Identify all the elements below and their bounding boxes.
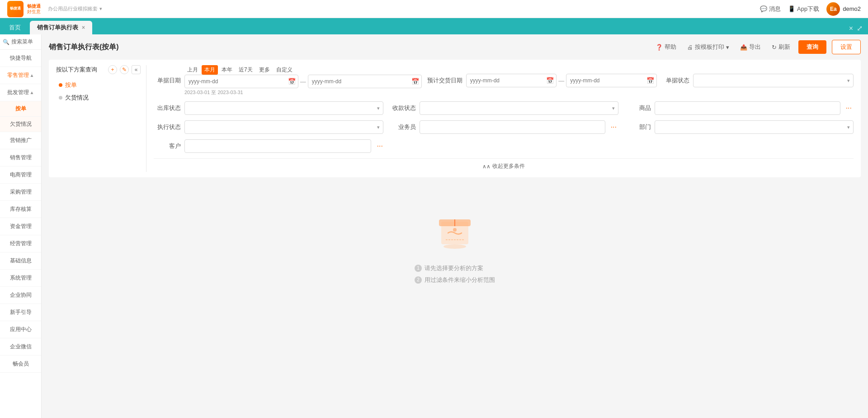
sidebar-submenu-wholesale: 按单 欠货情况 bbox=[0, 101, 41, 132]
tab-bar-actions: × ⤢ bbox=[849, 24, 868, 34]
brand-logo: 畅捷通 bbox=[7, 1, 24, 17]
sidebar-item-retail[interactable]: 零售管理 ▲ bbox=[0, 67, 41, 84]
date-quick-last-month[interactable]: 上月 bbox=[184, 65, 201, 75]
tip-num-2: 2 bbox=[415, 276, 422, 284]
expected-date-start-wrapper: 📅 bbox=[466, 74, 557, 87]
sidebar-item-member[interactable]: 畅会员 bbox=[0, 356, 41, 373]
date-quick-this-month[interactable]: 本月 bbox=[202, 65, 218, 75]
sidebar-sub-item-order[interactable]: 按单 bbox=[0, 101, 41, 117]
template-print-button[interactable]: 🖨 按模板打印 ▾ bbox=[684, 41, 732, 53]
exec-status-select-wrapper: 执行中 已完成 bbox=[184, 120, 383, 134]
customer-input[interactable] bbox=[184, 139, 371, 153]
empty-state: 1 请先选择要分析的方案 2 用过滤条件来缩小分析范围 bbox=[49, 181, 861, 313]
scheme-item-debt[interactable]: 欠货情况 bbox=[56, 91, 141, 104]
expected-date-range: 📅 — 📅 bbox=[466, 74, 657, 87]
sidebar-item-quick-nav[interactable]: 快捷导航 bbox=[0, 50, 41, 67]
date-separator: — bbox=[300, 78, 306, 85]
sidebar-item-operations[interactable]: 经营管理 bbox=[0, 235, 41, 252]
sidebar-item-wholesale[interactable]: 批发管理 ▲ bbox=[0, 84, 41, 101]
date-quick-custom[interactable]: 自定义 bbox=[274, 65, 295, 75]
salesperson-input[interactable] bbox=[420, 120, 605, 134]
scheme-item-order[interactable]: 按单 bbox=[56, 79, 141, 91]
tab-fullscreen-button[interactable]: ⤢ bbox=[857, 24, 863, 33]
scheme-collapse-button[interactable]: « bbox=[132, 65, 141, 74]
app-selector-arrow: ▾ bbox=[99, 6, 102, 12]
date-range-hint: 2023-03-01 至 2023-03-31 bbox=[184, 89, 422, 96]
sidebar-item-finance[interactable]: 资金管理 bbox=[0, 218, 41, 235]
print-arrow-icon: ▾ bbox=[726, 44, 729, 51]
sidebar-item-sales[interactable]: 销售管理 bbox=[0, 149, 41, 166]
empty-tip-2: 2 用过滤条件来缩小分析范围 bbox=[415, 274, 495, 286]
date-quick-last7[interactable]: 近7天 bbox=[236, 65, 255, 75]
help-button[interactable]: ❓ 帮助 bbox=[653, 41, 679, 53]
salesperson-more-icon[interactable]: ··· bbox=[609, 123, 618, 131]
top-bar-left: 畅捷通 畅捷通 好生意 办公用品行业模拟账套 ▾ bbox=[7, 1, 106, 17]
scheme-header-label: 按以下方案查询 bbox=[56, 66, 97, 74]
dept-select[interactable] bbox=[655, 120, 854, 134]
app-download-button[interactable]: 📱 App下载 bbox=[788, 5, 819, 13]
tab-home[interactable]: 首页 bbox=[2, 21, 28, 34]
expected-date-end-wrapper: 📅 bbox=[566, 74, 657, 87]
page-content: 销售订单执行表(按单) ❓ 帮助 🖨 按模板打印 ▾ 📤 导出 bbox=[42, 34, 868, 418]
sidebar-item-system[interactable]: 系统管理 bbox=[0, 270, 41, 287]
empty-tip-1: 1 请先选择要分析的方案 bbox=[415, 262, 495, 274]
date-start-input[interactable] bbox=[184, 75, 298, 88]
customer-more-icon[interactable]: ··· bbox=[375, 142, 384, 150]
out-status-label: 出库状态 bbox=[154, 104, 181, 112]
sidebar-search[interactable]: 🔍 搜索菜单 bbox=[0, 34, 41, 50]
collapse-icon: ∧∧ bbox=[482, 163, 491, 170]
sidebar-item-newbie[interactable]: 新手引导 bbox=[0, 304, 41, 321]
sidebar-item-ecommerce[interactable]: 电商管理 bbox=[0, 166, 41, 184]
expected-date-separator: — bbox=[558, 77, 564, 84]
goods-more-icon[interactable]: ··· bbox=[844, 104, 854, 112]
customer-label: 客户 bbox=[154, 142, 181, 150]
collapse-button[interactable]: ∧∧ 收起更多条件 bbox=[482, 162, 525, 170]
filter-group-order-status: 单据状态 草稿 已提交 已审核 bbox=[662, 74, 854, 87]
sidebar-item-purchase[interactable]: 采购管理 bbox=[0, 184, 41, 201]
sidebar-item-basic[interactable]: 基础信息 bbox=[0, 252, 41, 270]
page-title: 销售订单执行表(按单) bbox=[49, 43, 119, 52]
tab-sales-order-execution[interactable]: 销售订单执行表 × bbox=[30, 21, 92, 34]
refresh-button[interactable]: ↻ 刷新 bbox=[769, 41, 793, 53]
sidebar-sub-item-debt[interactable]: 欠货情况 bbox=[0, 117, 41, 132]
filter-group-goods: 商品 ··· bbox=[624, 101, 854, 115]
settings-button[interactable]: 设置 bbox=[832, 40, 861, 54]
date-end-input[interactable] bbox=[308, 75, 422, 88]
user-profile[interactable]: Ea demo2 bbox=[826, 2, 861, 16]
filter-group-dept: 部门 bbox=[624, 120, 854, 134]
expected-date-start-input[interactable] bbox=[466, 74, 557, 87]
collapse-bar: ∧∧ 收起更多条件 bbox=[154, 158, 854, 172]
filter-group-expected-date: 预计交货日期 📅 — 📅 bbox=[427, 74, 657, 87]
sidebar-item-appcenter[interactable]: 应用中心 bbox=[0, 321, 41, 338]
sidebar-item-inventory[interactable]: 库存核算 bbox=[0, 201, 41, 218]
message-button[interactable]: 💬 消息 bbox=[760, 5, 781, 13]
dept-select-wrapper bbox=[655, 120, 854, 134]
exec-status-select[interactable]: 执行中 已完成 bbox=[184, 120, 383, 134]
goods-input[interactable] bbox=[655, 101, 840, 115]
scheme-add-button[interactable]: + bbox=[108, 65, 117, 74]
order-status-select[interactable]: 草稿 已提交 已审核 bbox=[693, 74, 854, 87]
help-icon: ❓ bbox=[656, 44, 663, 51]
scheme-edit-button[interactable]: ✎ bbox=[120, 65, 129, 74]
export-button[interactable]: 📤 导出 bbox=[737, 41, 764, 53]
expected-date-end-input[interactable] bbox=[566, 74, 657, 87]
date-end-wrapper: 📅 bbox=[308, 75, 422, 88]
out-status-select[interactable]: 未出库 部分出库 全部出库 bbox=[184, 101, 383, 115]
tab-close-all-button[interactable]: × bbox=[849, 24, 853, 33]
sidebar-item-wechat[interactable]: 企业微信 bbox=[0, 338, 41, 356]
query-button[interactable]: 查询 bbox=[798, 40, 826, 54]
scheme-dot-inactive bbox=[59, 96, 62, 100]
filter-panel: 按以下方案查询 + ✎ « 按单 bbox=[49, 60, 861, 177]
sidebar-item-marketing[interactable]: 营销推广 bbox=[0, 132, 41, 149]
message-label: 消息 bbox=[769, 5, 781, 13]
top-bar: 畅捷通 畅捷通 好生意 办公用品行业模拟账套 ▾ 💬 消息 📱 App下载 Ea… bbox=[0, 0, 868, 18]
app-selector[interactable]: 办公用品行业模拟账套 ▾ bbox=[44, 4, 106, 14]
svg-point-3 bbox=[443, 244, 466, 249]
sidebar-item-enterprise[interactable]: 企业协同 bbox=[0, 287, 41, 304]
date-quick-more[interactable]: 更多 bbox=[256, 65, 273, 75]
tab-close-button[interactable]: × bbox=[82, 24, 85, 31]
payment-status-select[interactable]: 未收款 部分收款 全部收款 bbox=[420, 101, 618, 115]
scheme-panel: 按以下方案查询 + ✎ « 按单 bbox=[56, 65, 146, 172]
filter-with-scheme: 按以下方案查询 + ✎ « 按单 bbox=[56, 65, 854, 172]
date-quick-this-year[interactable]: 本年 bbox=[219, 65, 235, 75]
